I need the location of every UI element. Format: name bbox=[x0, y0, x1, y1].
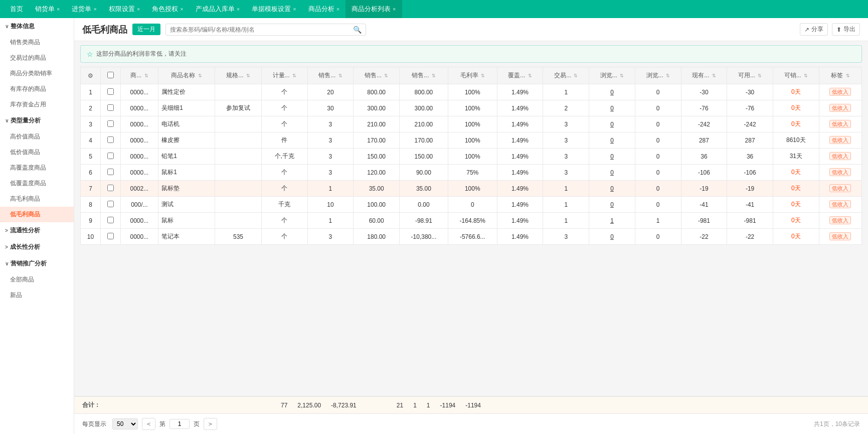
sidebar-group-流通性分析[interactable]: >流通性分析 bbox=[0, 222, 74, 239]
cell-checkbox[interactable] bbox=[101, 181, 121, 197]
row-checkbox[interactable] bbox=[107, 153, 114, 159]
row-checkbox[interactable] bbox=[107, 233, 114, 239]
sidebar-item-高覆盖度商品[interactable]: 高覆盖度商品 bbox=[0, 160, 74, 176]
cell-checkbox[interactable] bbox=[101, 229, 121, 245]
table-row[interactable]: 8 000/... 测试 千克 10 100.00 0.00 0 1.49% 1… bbox=[81, 197, 862, 213]
col-tag[interactable]: 标签 ⇅ bbox=[819, 67, 861, 84]
col-view1[interactable]: 浏览... ⇅ bbox=[589, 67, 635, 84]
cell-view1[interactable]: 0 bbox=[589, 132, 635, 149]
cell-view1[interactable]: 0 bbox=[589, 181, 635, 197]
sidebar-item-商品分类助销率[interactable]: 商品分类助销率 bbox=[0, 66, 74, 81]
search-input[interactable] bbox=[170, 26, 351, 33]
col-sales-price[interactable]: 销售... ⇅ bbox=[354, 67, 400, 84]
nav-item-角色授权[interactable]: 角色授权× bbox=[146, 0, 189, 18]
nav-item-销货单[interactable]: 销货单× bbox=[29, 0, 66, 18]
cell-checkbox[interactable] bbox=[101, 132, 121, 149]
cell-checkbox[interactable] bbox=[101, 197, 121, 213]
nav-close-icon[interactable]: × bbox=[137, 6, 140, 12]
settings-column-header[interactable]: ⚙ bbox=[81, 67, 101, 84]
col-view2[interactable]: 浏览... ⇅ bbox=[635, 67, 681, 84]
sidebar-item-全部商品[interactable]: 全部商品 bbox=[0, 272, 74, 287]
nav-item-商品分析列表[interactable]: 商品分析列表× bbox=[345, 0, 402, 18]
table-row[interactable]: 10 0000... 笔记本 535 个 3 180.00 -10,380...… bbox=[81, 229, 862, 245]
col-code[interactable]: 商... ⇅ bbox=[120, 67, 158, 84]
col-stock-avail[interactable]: 可用... ⇅ bbox=[727, 67, 773, 84]
row-checkbox[interactable] bbox=[107, 201, 114, 207]
share-button[interactable]: ↗ 分享 bbox=[800, 23, 828, 36]
row-checkbox[interactable] bbox=[107, 185, 114, 191]
nav-close-icon[interactable]: × bbox=[293, 6, 296, 12]
cell-checkbox[interactable] bbox=[101, 165, 121, 181]
cell-view1[interactable]: 0 bbox=[589, 165, 635, 181]
cell-view1[interactable]: 0 bbox=[589, 116, 635, 132]
sidebar-item-高毛利商品[interactable]: 高毛利商品 bbox=[0, 191, 74, 207]
next-page-button[interactable]: ＞ bbox=[204, 418, 217, 430]
prev-page-button[interactable]: ＜ bbox=[142, 418, 155, 430]
cell-view1[interactable]: 0 bbox=[589, 229, 635, 245]
table-row[interactable]: 2 0000... 吴细细1 参加复试 个 30 300.00 300.00 1… bbox=[81, 100, 862, 116]
row-checkbox[interactable] bbox=[107, 104, 114, 111]
col-stock-sale[interactable]: 可销... ⇅ bbox=[773, 67, 819, 84]
cell-view1[interactable]: 0 bbox=[589, 100, 635, 116]
sidebar-item-销售类商品[interactable]: 销售类商品 bbox=[0, 35, 74, 50]
col-gross-rate[interactable]: 毛利率 ⇅ bbox=[448, 67, 497, 84]
row-checkbox[interactable] bbox=[107, 217, 114, 223]
nav-item-单据模板设置[interactable]: 单据模板设置× bbox=[246, 0, 302, 18]
nav-close-icon[interactable]: × bbox=[237, 6, 240, 12]
col-sales-amt[interactable]: 销售... ⇅ bbox=[400, 67, 448, 84]
time-filter-button[interactable]: 近一月 bbox=[132, 24, 160, 35]
cell-checkbox[interactable] bbox=[101, 213, 121, 229]
cell-view1[interactable]: 0 bbox=[589, 197, 635, 213]
sidebar-item-低毛利商品[interactable]: 低毛利商品 bbox=[0, 207, 74, 222]
nav-item-商品分析[interactable]: 商品分析× bbox=[302, 0, 345, 18]
table-row[interactable]: 4 0000... 橡皮擦 件 3 170.00 170.00 100% 1.4… bbox=[81, 132, 862, 149]
row-checkbox[interactable] bbox=[107, 136, 114, 143]
nav-item-进货单[interactable]: 进货单× bbox=[66, 0, 102, 18]
table-row[interactable]: 3 0000... 电话机 个 3 210.00 210.00 100% 1.4… bbox=[81, 116, 862, 132]
search-icon[interactable]: 🔍 bbox=[353, 26, 362, 34]
col-unit[interactable]: 计量... ⇅ bbox=[261, 67, 307, 84]
nav-close-icon[interactable]: × bbox=[393, 6, 396, 12]
nav-close-icon[interactable]: × bbox=[57, 6, 60, 12]
sidebar-item-交易过的商品[interactable]: 交易过的商品 bbox=[0, 50, 74, 66]
select-all-checkbox[interactable] bbox=[107, 72, 114, 78]
row-checkbox[interactable] bbox=[107, 169, 114, 175]
table-row[interactable]: 1 0000... 属性定价 个 20 800.00 800.00 100% 1… bbox=[81, 84, 862, 100]
nav-item-产成品入库单[interactable]: 产成品入库单× bbox=[190, 0, 246, 18]
cell-view1[interactable]: 0 bbox=[589, 84, 635, 100]
sidebar-item-高价值商品[interactable]: 高价值商品 bbox=[0, 129, 74, 144]
nav-item-首页[interactable]: 首页 bbox=[4, 0, 29, 18]
cell-view1[interactable]: 0 bbox=[589, 149, 635, 165]
sidebar-group-类型量分析[interactable]: ∨类型量分析 bbox=[0, 112, 74, 129]
sidebar-collapse-btn[interactable]: « bbox=[74, 216, 74, 236]
table-row[interactable]: 5 0000... 铅笔1 个,千克 3 150.00 150.00 100% … bbox=[81, 149, 862, 165]
table-row[interactable]: 7 0002... 鼠标垫 个 1 35.00 35.00 100% 1.49%… bbox=[81, 181, 862, 197]
sidebar-group-营销推广分析[interactable]: ∨营销推广分析 bbox=[0, 255, 74, 272]
sidebar-item-低覆盖度商品[interactable]: 低覆盖度商品 bbox=[0, 176, 74, 191]
sidebar-group-成长性分析[interactable]: >成长性分析 bbox=[0, 239, 74, 255]
cell-checkbox[interactable] bbox=[101, 84, 121, 100]
per-page-select[interactable]: 50 20 100 bbox=[112, 418, 138, 429]
checkbox-column-header[interactable] bbox=[101, 67, 121, 84]
sidebar-item-有库存的商品[interactable]: 有库存的商品 bbox=[0, 81, 74, 97]
sidebar-group-整体信息[interactable]: ∨整体信息 bbox=[0, 18, 74, 35]
cell-checkbox[interactable] bbox=[101, 116, 121, 132]
table-row[interactable]: 9 0000... 鼠标 个 1 60.00 -98.91 -164.85% 1… bbox=[81, 213, 862, 229]
col-coverage[interactable]: 覆盖... ⇅ bbox=[497, 67, 543, 84]
cell-checkbox[interactable] bbox=[101, 100, 121, 116]
row-checkbox[interactable] bbox=[107, 88, 114, 95]
row-checkbox[interactable] bbox=[107, 120, 114, 127]
table-row[interactable]: 6 0000... 鼠标1 个 3 120.00 90.00 75% 1.49%… bbox=[81, 165, 862, 181]
nav-close-icon[interactable]: × bbox=[336, 6, 339, 12]
col-name[interactable]: 商品名称 ⇅ bbox=[158, 67, 215, 84]
sidebar-item-新品[interactable]: 新品 bbox=[0, 287, 74, 303]
cell-checkbox[interactable] bbox=[101, 149, 121, 165]
col-sales-qty[interactable]: 销售... ⇅ bbox=[307, 67, 354, 84]
nav-close-icon[interactable]: × bbox=[180, 6, 183, 12]
sidebar-item-低价值商品[interactable]: 低价值商品 bbox=[0, 144, 74, 160]
sidebar-item-库存资金占用[interactable]: 库存资金占用 bbox=[0, 97, 74, 112]
cell-view1[interactable]: 1 bbox=[589, 213, 635, 229]
table-container[interactable]: ⚙ 商... ⇅ 商品名称 ⇅ 规格... ⇅ 计量... ⇅ 销售... ⇅ … bbox=[74, 67, 868, 396]
col-stock-cur[interactable]: 现有... ⇅ bbox=[681, 67, 727, 84]
col-spec[interactable]: 规格... ⇅ bbox=[215, 67, 262, 84]
